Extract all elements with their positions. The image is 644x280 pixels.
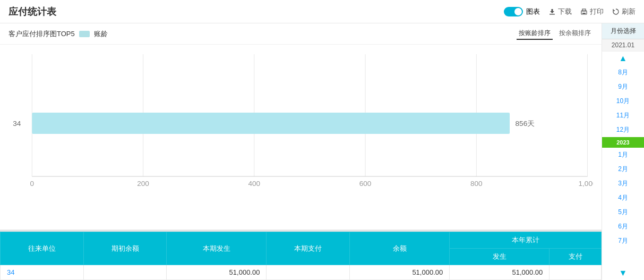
month-sidebar: 月份选择 2021.01 ▲ 8月 9月 10月 11月 12月 2023 1月… (602, 23, 644, 280)
svg-text:34: 34 (13, 120, 21, 128)
month-item-6[interactable]: 6月 (602, 219, 644, 234)
month-item-10[interactable]: 10月 (602, 94, 644, 108)
cell-current-occur: 51,000.00 (167, 265, 267, 280)
month-item-12[interactable]: 12月 (602, 123, 644, 137)
cell-opening (83, 265, 167, 280)
table-row: 34 51,000.00 51,000.00 51,000.00 (1, 265, 602, 280)
col-ytd-occur-header: 发生 (450, 249, 549, 265)
month-item-11[interactable]: 11月 (602, 108, 644, 123)
month-item-2[interactable]: 2月 (602, 162, 644, 176)
chart-header: 客户应付排序图TOP5 账龄 按账龄排序 按余额排序 (0, 23, 602, 45)
chart-legend: 客户应付排序图TOP5 账龄 (8, 29, 108, 39)
chart-panel: 客户应付排序图TOP5 账龄 按账龄排序 按余额排序 34 (0, 23, 602, 280)
chart-toggle-wrap[interactable]: 图表 (504, 7, 540, 16)
svg-rect-0 (549, 14, 555, 15)
svg-text:0: 0 (30, 180, 35, 188)
table-area: 往来单位 期初余额 本期发生 本期支付 余额 本年累计 发生 支付 (0, 231, 602, 280)
refresh-button[interactable]: 刷新 (612, 7, 636, 16)
month-item-7[interactable]: 7月 (602, 234, 644, 248)
page-header: 应付统计表 图表 下载 打印 (0, 0, 644, 23)
chart-body: 34 856天 (0, 45, 602, 230)
month-item-4[interactable]: 4月 (602, 191, 644, 205)
svg-rect-3 (582, 13, 586, 14)
refresh-label: 刷新 (622, 7, 636, 16)
print-button[interactable]: 打印 (580, 7, 604, 16)
scroll-up-arrow[interactable]: ▲ (602, 52, 644, 65)
sidebar-header: 月份选择 (602, 23, 644, 39)
legend-title: 客户应付排序图TOP5 (8, 29, 75, 39)
col-ytd-pay-header: 支付 (549, 249, 602, 265)
cell-ytd-pay (549, 265, 602, 280)
main-content: 客户应付排序图TOP5 账龄 按账龄排序 按余额排序 34 (0, 23, 644, 280)
month-list: 8月 9月 10月 11月 12月 2023 1月 2月 3月 4月 5月 6月… (602, 65, 644, 266)
sort-by-balance-btn[interactable]: 按账龄排序 (517, 28, 553, 40)
col-ytd-header: 本年累计 (450, 232, 602, 249)
bar-chart: 34 856天 (4, 49, 593, 198)
col-opening-header: 期初余额 (83, 232, 167, 265)
cell-balance: 51,000.00 (350, 265, 450, 280)
month-item-8[interactable]: 8月 (602, 65, 644, 80)
year-label-2023[interactable]: 2023 (602, 137, 644, 148)
print-label: 打印 (590, 7, 604, 16)
col-current-occur-header: 本期发生 (167, 232, 267, 265)
svg-text:600: 600 (359, 180, 372, 188)
cell-ytd-occur: 51,000.00 (450, 265, 549, 280)
print-icon (580, 8, 588, 15)
legend-box (79, 31, 90, 37)
legend-box-label: 账龄 (94, 29, 108, 39)
chart-toggle-label: 图表 (526, 7, 540, 16)
cell-current-pay (267, 265, 350, 280)
svg-text:1,000: 1,000 (579, 180, 593, 188)
col-unit-header: 往来单位 (1, 232, 84, 265)
col-balance-header: 余额 (350, 232, 450, 265)
chart-toggle[interactable] (504, 7, 523, 16)
page-title: 应付统计表 (8, 5, 56, 18)
month-item-5[interactable]: 5月 (602, 205, 644, 219)
data-table: 往来单位 期初余额 本期发生 本期支付 余额 本年累计 发生 支付 (0, 232, 602, 280)
month-item-9[interactable]: 9月 (602, 80, 644, 94)
col-current-pay-header: 本期支付 (267, 232, 350, 265)
svg-text:800: 800 (470, 180, 483, 188)
scroll-down-arrow[interactable]: ▼ (602, 266, 644, 280)
month-item-3[interactable]: 3月 (602, 176, 644, 191)
svg-text:200: 200 (137, 180, 149, 188)
chart-sort: 按账龄排序 按余额排序 (517, 28, 593, 40)
sort-by-amount-btn[interactable]: 按余额排序 (557, 28, 593, 40)
svg-text:856天: 856天 (516, 120, 535, 128)
refresh-icon (612, 8, 620, 15)
sidebar-current-date: 2021.01 (602, 39, 644, 52)
svg-rect-12 (32, 113, 510, 134)
svg-text:400: 400 (248, 180, 260, 188)
download-button[interactable]: 下载 (548, 7, 572, 16)
download-label: 下载 (558, 7, 572, 16)
toggle-knob (514, 8, 522, 15)
header-actions: 图表 下载 打印 (504, 7, 636, 16)
cell-unit: 34 (1, 265, 84, 280)
download-icon (548, 8, 556, 15)
month-item-1[interactable]: 1月 (602, 148, 644, 162)
unit-link[interactable]: 34 (7, 268, 14, 276)
